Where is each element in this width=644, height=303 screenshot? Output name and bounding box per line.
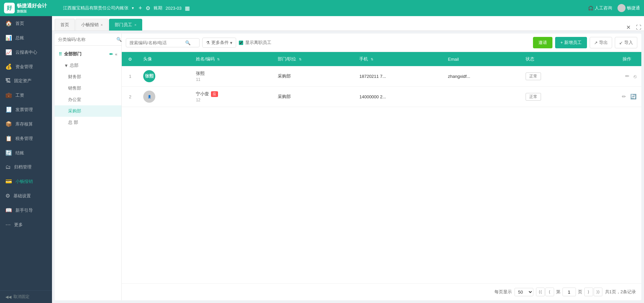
dept-tree-sales[interactable]: 销售部 bbox=[55, 83, 121, 94]
page-suffix: 页 bbox=[578, 289, 582, 295]
row2-badge: 应 bbox=[211, 91, 218, 97]
row1-dept-text: 采购部 bbox=[278, 73, 291, 79]
dept-tree-hq[interactable]: ▼ 总部 bbox=[55, 60, 121, 71]
export-label: 导出 bbox=[599, 40, 608, 46]
col-settings[interactable]: ⚙ bbox=[122, 52, 139, 66]
tabs-bar: 首页 小畅报销 × 部门员工 × ✕ ⛶ bbox=[52, 16, 644, 31]
row1-edit-icon[interactable]: ✏ bbox=[625, 73, 630, 79]
import-button[interactable]: ↙ 导入 bbox=[615, 37, 637, 48]
tab-home[interactable]: 首页 bbox=[55, 19, 75, 31]
row1-action-icons: ✏ ⎋ bbox=[587, 73, 637, 79]
sidebar-item-tax[interactable]: 📋 税务管理 bbox=[0, 131, 52, 146]
dept-tree-purchase[interactable]: 采购部 bbox=[55, 105, 121, 117]
page-content: 🔍 ⠿ 全部部门 ✏ « ▼ 总部 财务部 bbox=[55, 34, 641, 300]
filter-button[interactable]: ⚗ 更多条件 ▾ bbox=[202, 38, 236, 48]
row2-phone: 14000000 2... bbox=[355, 87, 443, 107]
tab-dept-employee[interactable]: 部门员工 × bbox=[109, 19, 142, 31]
row1-exit-icon[interactable]: ⎋ bbox=[634, 73, 637, 79]
row2-avatar-circle: 👤 bbox=[143, 91, 155, 103]
first-page-button[interactable]: ⟨⟨ bbox=[536, 288, 545, 296]
sidebar-item-archive[interactable]: 🗂 归档管理 bbox=[0, 160, 52, 174]
more-icon: ⋯ bbox=[5, 221, 11, 228]
row1-avatar-text: 张熙 bbox=[145, 73, 154, 79]
prev-page-button[interactable]: ⟨ bbox=[545, 288, 554, 296]
total-records-label: 共1页，2条记录 bbox=[605, 289, 636, 295]
dept-tree-office[interactable]: 办公室 bbox=[55, 94, 121, 105]
dept-tree-hq2[interactable]: 总 部 bbox=[55, 117, 121, 128]
tab-expense-report[interactable]: 小畅报销 × bbox=[75, 19, 108, 31]
tab-expense-close[interactable]: × bbox=[101, 23, 103, 27]
col-phone[interactable]: 手机 ⇅ bbox=[355, 52, 443, 66]
sidebar-item-close[interactable]: 🔄 结账 bbox=[0, 146, 52, 160]
sidebar-item-settings[interactable]: ⚙ 基础设置 bbox=[0, 189, 52, 203]
table-row: 2 👤 宁小壹 bbox=[122, 87, 641, 107]
employee-search-icon[interactable]: 🔍 bbox=[185, 40, 191, 45]
col-name-code-label: 姓名/编码 bbox=[196, 56, 215, 61]
import-label: 导入 bbox=[624, 40, 633, 46]
employee-table: ⚙ 头像 姓名/编码 ⇅ 部门/职位 ⇅ bbox=[122, 52, 641, 107]
sidebar-item-guide[interactable]: 📖 新手引导 bbox=[0, 203, 52, 217]
tabs-expand-icon[interactable]: ⛶ bbox=[633, 24, 644, 31]
employee-panel: 🔍 ⚗ 更多条件 ▾ 显示离职员工 邀请 + 新增员工 bbox=[122, 34, 641, 300]
page-number-input[interactable] bbox=[562, 288, 576, 296]
ledger-icon: 📊 bbox=[5, 35, 12, 41]
row2-dept: 采购部 bbox=[273, 87, 355, 107]
service-button[interactable]: 🎧 人工咨询 bbox=[588, 5, 612, 11]
table-header-row: ⚙ 头像 姓名/编码 ⇅ 部门/职位 ⇅ bbox=[122, 52, 641, 66]
table-row: 1 张熙 张熙 11 bbox=[122, 66, 641, 87]
sidebar-item-inventory[interactable]: 📦 库存核算 bbox=[0, 117, 52, 131]
sidebar: 🏠 首页 📊 总账 📈 云报表中心 💰 资金管理 🏗 固定资产 💼 工资 🧾 发… bbox=[0, 16, 52, 303]
sidebar-item-capital[interactable]: 💰 资金管理 bbox=[0, 59, 52, 74]
tab-dept-close[interactable]: × bbox=[134, 23, 136, 27]
show-resigned-text: 显示离职员工 bbox=[245, 40, 271, 46]
calendar-icon[interactable]: ▦ bbox=[185, 5, 190, 11]
row1-code: 11 bbox=[196, 77, 268, 82]
tabs-close-all-icon[interactable]: ✕ bbox=[624, 24, 633, 31]
employee-toolbar: 🔍 ⚗ 更多条件 ▾ 显示离职员工 邀请 + 新增员工 bbox=[122, 34, 641, 52]
dept-search-input[interactable] bbox=[58, 37, 114, 42]
show-resigned-checkbox[interactable] bbox=[239, 41, 243, 45]
row1-phone: 18720211 7... bbox=[355, 66, 443, 87]
col-dept[interactable]: 部门/职位 ⇅ bbox=[273, 52, 355, 66]
row2-edit-icon[interactable]: ✏ bbox=[622, 94, 626, 100]
invite-button[interactable]: 邀请 bbox=[533, 37, 552, 48]
user-menu[interactable]: 畅捷通 bbox=[618, 4, 640, 12]
sidebar-item-expense[interactable]: 💳 小畅报销 bbox=[0, 174, 52, 189]
sidebar-item-payroll[interactable]: 💼 工资 bbox=[0, 88, 52, 102]
per-page-select[interactable]: 50 10 20 100 bbox=[515, 288, 533, 296]
last-page-button[interactable]: ⟩⟩ bbox=[594, 288, 602, 296]
sidebar-label-payroll: 工资 bbox=[15, 92, 24, 98]
add-employee-button[interactable]: + 新增员工 bbox=[555, 37, 587, 48]
col-name-sort-icon: ⇅ bbox=[217, 57, 220, 61]
row2-delete-icon[interactable]: 🔄 bbox=[630, 94, 637, 100]
sidebar-label-ledger: 总账 bbox=[15, 35, 24, 41]
sidebar-label-archive: 归档管理 bbox=[14, 164, 32, 170]
dept-edit-icon[interactable]: ✏ bbox=[109, 52, 113, 57]
col-status: 状态 bbox=[521, 52, 582, 66]
show-resigned-label[interactable]: 显示离职员工 bbox=[239, 40, 271, 46]
settings-icon[interactable]: ⚙ bbox=[146, 5, 150, 11]
fixed-assets-icon: 🏗 bbox=[5, 78, 11, 84]
employee-search-input[interactable] bbox=[129, 40, 183, 45]
sidebar-item-fixed-assets[interactable]: 🏗 固定资产 bbox=[0, 74, 52, 88]
sidebar-item-more[interactable]: ⋯ 更多 bbox=[0, 217, 52, 232]
row2-name: 宁小壹 bbox=[196, 91, 209, 97]
row1-status-badge: 正常 bbox=[526, 72, 541, 80]
pin-sidebar-button[interactable]: ◀◀ 取消固定 bbox=[0, 290, 52, 303]
period-value: 2023-03 bbox=[166, 6, 182, 11]
row1-avatar-circle: 张熙 bbox=[143, 70, 155, 82]
all-dept-header[interactable]: ⠿ 全部部门 ✏ « bbox=[55, 48, 121, 60]
next-page-button[interactable]: ⟩ bbox=[584, 288, 593, 296]
dept-tree-finance[interactable]: 财务部 bbox=[55, 71, 121, 83]
dept-search-icon[interactable]: 🔍 bbox=[116, 37, 122, 42]
export-button[interactable]: ↗ 导出 bbox=[590, 37, 612, 48]
sidebar-item-ledger[interactable]: 📊 总账 bbox=[0, 31, 52, 45]
company-dropdown-icon[interactable]: ▾ bbox=[132, 6, 134, 10]
col-name-code[interactable]: 姓名/编码 ⇅ bbox=[191, 52, 273, 66]
sidebar-item-reports[interactable]: 📈 云报表中心 bbox=[0, 45, 52, 59]
add-company-icon[interactable]: + bbox=[139, 5, 142, 12]
dept-collapse-icon[interactable]: « bbox=[115, 52, 117, 57]
dept-panel: 🔍 ⠿ 全部部门 ✏ « ▼ 总部 财务部 bbox=[55, 34, 122, 300]
sidebar-item-invoice[interactable]: 🧾 发票管理 bbox=[0, 102, 52, 117]
sidebar-item-home[interactable]: 🏠 首页 bbox=[0, 16, 52, 31]
